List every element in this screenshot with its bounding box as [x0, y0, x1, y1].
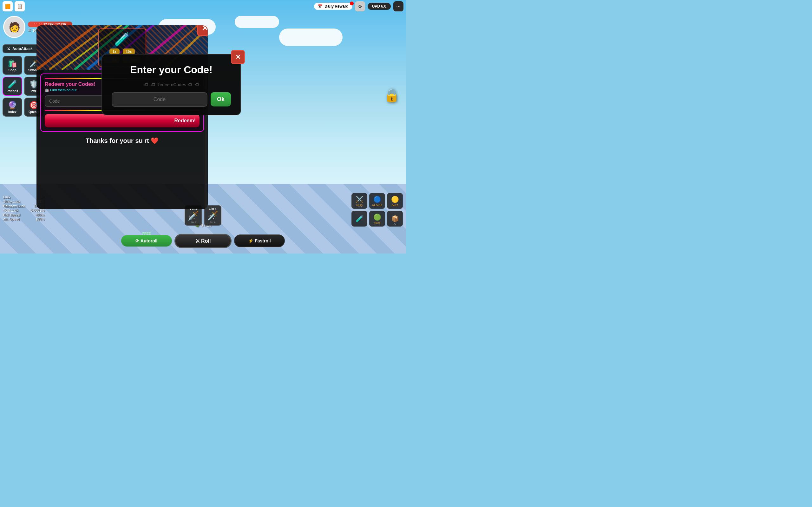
br-item-yellow[interactable]: 🟡 04:23: [387, 193, 403, 209]
br-item-blue[interactable]: 🔵 04:54:10: [369, 193, 385, 209]
autoroll-wrap: FREE ⟳ Autoroll: [121, 235, 172, 246]
roll-speed-label: Roll Speed: [3, 213, 20, 217]
redeem-big-label: Redeem!: [174, 118, 196, 123]
version-button[interactable]: UPD 6.0: [368, 3, 391, 10]
dots-icon: ···: [396, 3, 400, 9]
code-ok-button[interactable]: Ok: [211, 92, 231, 107]
void-luck-row: Void Luck 0.0001%: [3, 209, 44, 212]
lock-area: 🔒: [384, 88, 400, 103]
potions-label: Potions: [7, 89, 18, 93]
sword1-icon: 🗡️: [188, 210, 199, 221]
att-speed-row: Att. Speed 100%: [3, 217, 44, 221]
top-right-cluster: 📅 Daily Reward ⚙ UPD 6.0 ···: [314, 1, 403, 11]
br-item-box[interactable]: 📦 0x: [387, 211, 403, 227]
shop-icon: 🛍️: [8, 59, 17, 68]
autoroll-button[interactable]: ⟳ Autoroll: [121, 235, 172, 246]
sword-icon: ⚔: [28, 28, 31, 32]
att-speed-value: 100%: [36, 217, 44, 221]
tag-icon-right: 🏷: [194, 82, 199, 87]
sidebar-item-shop[interactable]: 🛍️ Shop: [3, 56, 22, 75]
code-dialog: ✕ Enter your Code! 🏷 🏷 RedeemCodes 🏷 🏷 O…: [101, 54, 241, 115]
menu-icon[interactable]: 📋: [14, 1, 25, 11]
more-options-button[interactable]: ···: [393, 1, 403, 11]
code-input-row: Ok: [112, 92, 231, 107]
center-item-sub-2: 1in 4: [210, 221, 215, 224]
luck-potion-icon: ⚔️: [356, 195, 363, 203]
free-label: FREE: [142, 232, 151, 235]
code-dialog-placeholder: 🏷 🏷 RedeemCodes 🏷 🏷: [112, 82, 231, 87]
top-left-icons: 🟧 📋: [3, 1, 25, 11]
buy-1x-label: 1x: [113, 50, 116, 54]
center-item-sub-1: 1in 8: [191, 221, 196, 224]
index-icon: 🔮: [8, 101, 17, 110]
tag-icon-left: 🏷: [144, 82, 148, 87]
box-icon: 📦: [391, 215, 399, 222]
blue-potion-icon: 🔵: [373, 195, 381, 203]
pvp-label: PVP: [31, 89, 37, 93]
att-speed-label: Att. Speed: [3, 217, 19, 221]
bottom-bar: FREE ⟳ Autoroll ⚔ Roll ⚡ Fastroll: [0, 228, 406, 253]
roblox-icon[interactable]: 🟧: [3, 1, 13, 11]
center-item-label-2: 1 in 4: [209, 207, 216, 210]
autoattack-label: AutoAttack: [12, 47, 33, 51]
potions-icon: 🧪: [8, 80, 17, 89]
br-item-green[interactable]: 🟢 49:25: [369, 211, 385, 227]
index-label: Index: [8, 110, 16, 114]
code-dialog-title: Enter your Code!: [112, 64, 231, 76]
sidebar-item-potions[interactable]: 🧪 Potions: [3, 77, 22, 96]
main-panel: ✕ 🧪 1x 10x: [37, 25, 208, 209]
placeholder-label: 🏷 RedeemCodes 🏷: [151, 82, 192, 87]
daily-reward-label: Daily Reward: [324, 4, 348, 9]
br-item-box-label: 0x: [387, 223, 403, 226]
shiny-luck-label: Shiny Luck: [3, 200, 20, 204]
br-item-blue-time: 04:54:10: [372, 204, 382, 207]
cloud: [235, 16, 279, 28]
version-label: UPD 6.0: [372, 4, 386, 9]
bottom-right-items: ⚔️ Luck 01:43 🔵 04:54:10 🟡 04:23 🧪 🟢 49:…: [351, 193, 403, 227]
thanks-text: Thanks for your su rt ❤️: [37, 137, 208, 145]
br-item-green-time: 49:25: [374, 222, 380, 224]
code-input-field[interactable]: [112, 92, 207, 107]
sword2-icon: 🗡️: [207, 210, 218, 221]
green-potion-icon: 🟢: [373, 213, 381, 221]
buy-10x-label: 10x: [126, 50, 132, 54]
daily-reward-button[interactable]: 📅 Daily Reward: [314, 3, 352, 10]
roll-speed-row: Roll Speed 400%: [3, 213, 44, 217]
rainbow-luck-label: Rainbow Luck: [3, 204, 25, 208]
br-item-potion2[interactable]: 🧪: [351, 211, 367, 227]
avatar[interactable]: 🧑: [3, 16, 26, 38]
br-item-yellow-time: 04:23: [392, 204, 398, 207]
panel-close-button[interactable]: ✕: [197, 25, 208, 36]
close-x-icon: ✕: [235, 53, 241, 61]
potion-icon: 🧪: [114, 32, 130, 47]
redeem-big-button[interactable]: Redeem!: [45, 114, 200, 127]
autoattack-icon: ⚔: [7, 47, 10, 51]
close-icon: ✕: [202, 25, 208, 33]
br-item-luck-label: Luck: [352, 205, 367, 208]
roll-button[interactable]: ⚔ Roll: [174, 234, 232, 248]
fastroll-button[interactable]: ⚡ Fastroll: [234, 234, 285, 247]
calendar-icon: 📅: [318, 4, 322, 9]
gear-icon: ⚙: [358, 3, 362, 9]
top-bar: 🟧 📋 📅 Daily Reward ⚙ UPD 6.0 ···: [0, 0, 406, 13]
roll-speed-value: 400%: [36, 213, 44, 217]
notification-dot: [350, 2, 354, 5]
yellow-potion-icon: 🟡: [391, 195, 399, 203]
shop-label: Shop: [9, 68, 16, 72]
sidebar-item-index[interactable]: 🔮 Index: [3, 98, 22, 117]
code-dialog-close-button[interactable]: ✕: [231, 50, 245, 64]
potion2-icon: 🧪: [356, 215, 363, 222]
cloud: [279, 29, 343, 46]
lock-icon: 🔒: [384, 88, 400, 102]
luck-label: Luck: [3, 195, 10, 199]
settings-button[interactable]: ⚙: [355, 1, 365, 11]
br-item-luck[interactable]: ⚔️ Luck 01:43: [351, 193, 367, 209]
void-luck-label: Void Luck: [3, 209, 18, 212]
